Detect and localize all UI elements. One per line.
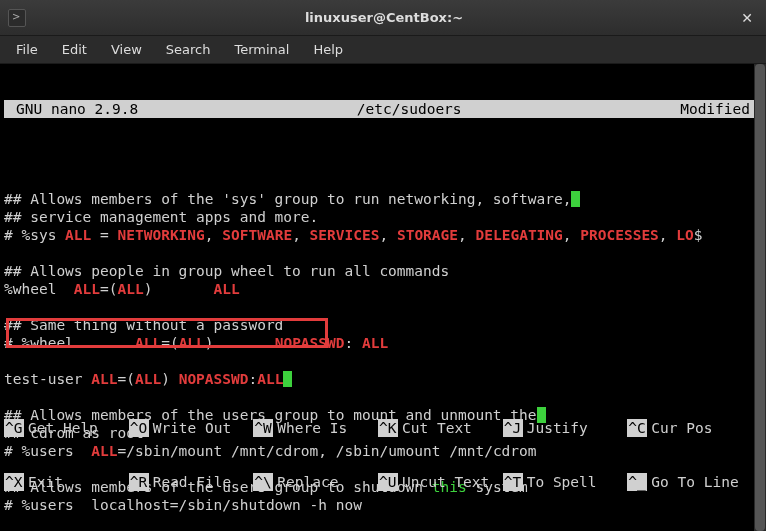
- shortcut-write-out: ^OWrite Out: [129, 419, 254, 437]
- menu-edit[interactable]: Edit: [52, 39, 97, 60]
- comment-line: ## Same thing without a password: [4, 317, 283, 333]
- scrollbar[interactable]: [754, 64, 766, 531]
- token-software: SOFTWARE: [222, 227, 292, 243]
- shortcut-go-to-line: ^_Go To Line: [627, 473, 752, 491]
- token-networking: NETWORKING: [118, 227, 205, 243]
- window-title: linuxuser@CentBox:~: [32, 10, 736, 25]
- nano-status: Modified: [680, 100, 750, 118]
- token-services: SERVICES: [310, 227, 380, 243]
- token-all: ALL: [179, 335, 205, 351]
- blank-line: [4, 155, 13, 171]
- token-processes: PROCESSES: [580, 227, 659, 243]
- truncation-marker: $: [694, 227, 703, 243]
- token-all: ALL: [362, 335, 388, 351]
- nano-shortcuts: ^GGet Help ^OWrite Out ^WWhere Is ^KCut …: [4, 383, 752, 527]
- token-storage: STORAGE: [397, 227, 458, 243]
- blank-line: [4, 245, 13, 261]
- token-all: ALL: [65, 227, 91, 243]
- titlebar[interactable]: linuxuser@CentBox:~ ✕: [0, 0, 766, 36]
- comment-line: ## Allows members of the 'sys' group to …: [4, 191, 571, 207]
- nano-filename: /etc/sudoers: [357, 100, 462, 118]
- menubar: File Edit View Search Terminal Help: [0, 36, 766, 64]
- terminal-icon: [8, 9, 26, 27]
- shortcut-justify: ^JJustify: [503, 419, 628, 437]
- terminal-window: linuxuser@CentBox:~ ✕ File Edit View Sea…: [0, 0, 766, 531]
- blank-line: [4, 299, 13, 315]
- shortcut-exit: ^XExit: [4, 473, 129, 491]
- shortcut-where-is: ^WWhere Is: [253, 419, 378, 437]
- shortcut-to-spell: ^TTo Spell: [503, 473, 628, 491]
- close-button[interactable]: ✕: [736, 7, 758, 29]
- line-wrap-marker: [571, 191, 580, 207]
- token-nopasswd: NOPASSWD: [275, 335, 345, 351]
- token-lo: LO: [676, 227, 693, 243]
- comment-line: ## Allows people in group wheel to run a…: [4, 263, 449, 279]
- nano-app-name: GNU nano 2.9.8: [16, 100, 138, 118]
- token-all: ALL: [74, 281, 100, 297]
- nano-header: GNU nano 2.9.8 /etc/sudoers Modified: [4, 100, 762, 118]
- text: # %sys: [4, 227, 65, 243]
- shortcut-cur-pos: ^CCur Pos: [627, 419, 752, 437]
- shortcut-get-help: ^GGet Help: [4, 419, 129, 437]
- comment-line: ## service management apps and more.: [4, 209, 318, 225]
- text: %wheel: [4, 281, 74, 297]
- token-delegating: DELEGATING: [476, 227, 563, 243]
- menu-view[interactable]: View: [101, 39, 152, 60]
- text: # %wheel: [4, 335, 135, 351]
- shortcut-uncut-text: ^UUncut Text: [378, 473, 503, 491]
- shortcut-replace: ^\Replace: [253, 473, 378, 491]
- shortcut-cut-text: ^KCut Text: [378, 419, 503, 437]
- shortcut-read-file: ^RRead File: [129, 473, 254, 491]
- token-all: ALL: [214, 281, 240, 297]
- scrollbar-thumb[interactable]: [755, 64, 765, 531]
- blank-line: [4, 173, 13, 189]
- token-all: ALL: [135, 335, 161, 351]
- token-all: ALL: [118, 281, 144, 297]
- blank-line: [4, 353, 13, 369]
- menu-file[interactable]: File: [6, 39, 48, 60]
- terminal-viewport[interactable]: GNU nano 2.9.8 /etc/sudoers Modified ## …: [0, 64, 766, 531]
- menu-help[interactable]: Help: [303, 39, 353, 60]
- menu-search[interactable]: Search: [156, 39, 221, 60]
- menu-terminal[interactable]: Terminal: [224, 39, 299, 60]
